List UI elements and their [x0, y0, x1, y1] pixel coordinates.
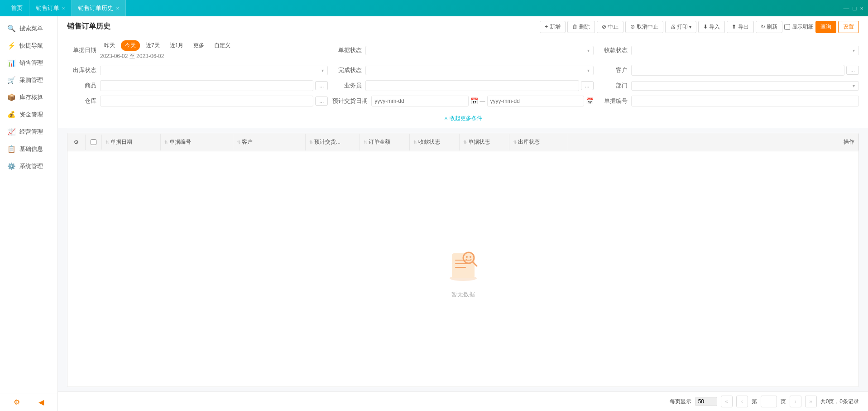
doc-no-input[interactable] — [631, 96, 859, 106]
stop-button[interactable]: ⊘ 中止 — [597, 21, 623, 33]
delete-button[interactable]: 🗑 删除 — [567, 21, 595, 33]
query-button[interactable]: 查询 — [815, 21, 836, 33]
page-size-select[interactable]: 10 20 50 100 — [695, 397, 717, 406]
sidebar-item-quick-nav-label: 快捷导航 — [19, 42, 43, 50]
shortcut-custom[interactable]: 自定义 — [210, 40, 235, 51]
th-checkbox[interactable] — [86, 135, 102, 150]
tab-sales-order[interactable]: 销售订单 × — [29, 0, 72, 16]
payment-status-arrow-icon: ▾ — [853, 48, 855, 53]
sort-icon-4[interactable]: ⇅ — [309, 140, 313, 145]
shortcut-1month[interactable]: 近1月 — [166, 40, 188, 51]
sidebar-item-sales[interactable]: 📊 销售管理 — [0, 54, 58, 72]
tab-home[interactable]: 首页 — [5, 0, 29, 16]
sidebar-item-search[interactable]: 🔍 搜索菜单 — [0, 20, 58, 37]
payment-status-select[interactable]: ▾ — [631, 46, 859, 55]
empty-state-icon — [441, 240, 486, 285]
delivery-date-start-calendar-icon[interactable]: 📅 — [470, 97, 478, 105]
next-page-button[interactable]: › — [790, 396, 801, 407]
sort-icon-6[interactable]: ⇅ — [413, 140, 417, 145]
customer-ellipsis-button[interactable]: ... — [846, 66, 859, 75]
sidebar-item-quick-nav[interactable]: ⚡ 快捷导航 — [0, 37, 58, 54]
settings-button[interactable]: 设置 — [838, 21, 859, 33]
sidebar-item-inventory[interactable]: 📦 库存核算 — [0, 89, 58, 106]
th-payment-status: ⇅ 收款状态 — [410, 134, 460, 150]
sort-icon-1[interactable]: ⇅ — [106, 140, 109, 145]
th-amount: ⇅ 订单金额 — [360, 134, 410, 150]
last-page-button[interactable]: » — [805, 396, 817, 407]
sort-icon-2[interactable]: ⇅ — [164, 140, 168, 145]
sort-icon-5[interactable]: ⇅ — [364, 140, 367, 145]
th-doc-date: ⇅ 单据日期 — [102, 134, 161, 150]
sidebar-item-purchase[interactable]: 🛒 采购管理 — [0, 72, 58, 89]
completion-status-select[interactable]: ▾ — [365, 66, 593, 75]
table-body: 暂无数据 — [67, 151, 858, 387]
sidebar-item-system[interactable]: ⚙️ 系统管理 — [0, 158, 58, 175]
shortcut-7days[interactable]: 近7天 — [142, 40, 164, 51]
completion-status-arrow-icon: ▾ — [587, 68, 590, 73]
sidebar-item-operations-label: 经营管理 — [19, 128, 43, 136]
department-select[interactable]: ▾ — [631, 81, 859, 91]
sort-icon-7[interactable]: ⇅ — [463, 140, 467, 145]
sort-icon-8[interactable]: ⇅ — [513, 140, 517, 145]
th-customer: ⇅ 客户 — [233, 134, 306, 150]
shortcut-today[interactable]: 今天 — [121, 40, 140, 51]
delivery-date-start-input[interactable] — [371, 96, 468, 106]
page-unit: 页 — [781, 398, 786, 406]
table-header: ⚙ ⇅ 单据日期 ⇅ 单据编号 ⇅ 客户 — [67, 133, 858, 151]
operations-icon: 📈 — [7, 128, 16, 136]
print-button[interactable]: 🖨 打印 ▾ — [665, 21, 696, 33]
goods-ellipsis-button[interactable]: ... — [315, 81, 328, 90]
salesperson-ellipsis-button[interactable]: ... — [581, 81, 594, 90]
refresh-button[interactable]: ↻ 刷新 — [756, 21, 782, 33]
sidebar-item-operations[interactable]: 📈 经营管理 — [0, 123, 58, 140]
customer-input[interactable] — [631, 65, 844, 76]
export-button[interactable]: ⬆ 导出 — [727, 21, 753, 33]
goods-input[interactable] — [100, 80, 313, 91]
warehouse-input[interactable] — [100, 96, 313, 106]
sidebar-collapse-icon[interactable]: ◀ — [38, 398, 44, 406]
delivery-date-end-calendar-icon[interactable]: 📅 — [586, 97, 594, 105]
sidebar-item-finance[interactable]: 💰 资金管理 — [0, 106, 58, 123]
shortcut-more[interactable]: 更多 — [189, 40, 208, 51]
filter-row-3: 商品 ... 业务员 ... — [67, 80, 859, 91]
filter-warehouse-field: 仓库 ... — [67, 96, 328, 106]
import-button[interactable]: ⬇ 导入 — [698, 21, 725, 33]
page-number-input[interactable]: 1 — [761, 396, 777, 407]
date-range-display: 2023-06-02 至 2023-06-02 — [100, 53, 328, 60]
collapse-filter-button[interactable]: ∧ 收起更多条件 — [67, 113, 859, 124]
content-area: 销售订单历史 + 新增 🗑 删除 ⊘ 中止 ⊘ 取消中止 🖨 打印 ▾ ⬇ 导入… — [58, 16, 868, 411]
sidebar-item-finance-label: 资金管理 — [19, 111, 43, 119]
first-page-button[interactable]: « — [721, 396, 733, 407]
filter-section: 单据日期 昨天 今天 近7天 近1月 更多 自定义 2 — [67, 37, 859, 128]
minimize-button[interactable]: — — [844, 5, 849, 12]
new-button[interactable]: + 新增 — [540, 21, 565, 33]
quick-nav-icon: ⚡ — [7, 42, 16, 50]
maximize-button[interactable]: □ — [853, 5, 857, 12]
sidebar-settings-icon[interactable]: ⚙ — [14, 398, 20, 406]
delivery-date-end-input[interactable] — [487, 96, 584, 106]
sidebar-item-basic-info[interactable]: 📋 基础信息 — [0, 140, 58, 158]
doc-no-label: 单据编号 — [598, 97, 628, 105]
close-sales-order-tab-icon[interactable]: × — [62, 5, 65, 11]
th-doc-status: ⇅ 单据状态 — [460, 134, 509, 150]
doc-status-select[interactable]: ▾ — [365, 46, 593, 55]
date-shortcuts: 昨天 今天 近7天 近1月 更多 自定义 — [100, 40, 328, 51]
salesperson-input[interactable] — [365, 80, 579, 91]
settings-gear-icon[interactable]: ⚙ — [74, 139, 79, 145]
tab-sales-order-history[interactable]: 销售订单历史 × — [72, 0, 125, 16]
display-detail-toggle[interactable]: 显示明细 — [784, 23, 814, 31]
select-all-checkbox[interactable] — [91, 139, 96, 145]
close-sales-order-history-tab-icon[interactable]: × — [116, 5, 119, 11]
close-window-button[interactable]: × — [860, 5, 863, 12]
system-icon: ⚙️ — [7, 162, 16, 170]
shortcut-yesterday[interactable]: 昨天 — [100, 40, 119, 51]
th-settings[interactable]: ⚙ — [67, 135, 86, 150]
display-detail-checkbox[interactable] — [784, 24, 790, 30]
warehouse-ellipsis-button[interactable]: ... — [315, 97, 328, 106]
sort-icon-3[interactable]: ⇅ — [237, 140, 240, 145]
toolbar: + 新增 🗑 删除 ⊘ 中止 ⊘ 取消中止 🖨 打印 ▾ ⬇ 导入 ⬆ 导出 ↻… — [540, 21, 859, 33]
cancel-stop-button[interactable]: ⊘ 取消中止 — [625, 21, 663, 33]
delivery-status-select[interactable]: ▾ — [100, 66, 328, 75]
prev-page-button[interactable]: ‹ — [736, 396, 748, 407]
total-info: 共0页，0条记录 — [820, 398, 859, 406]
